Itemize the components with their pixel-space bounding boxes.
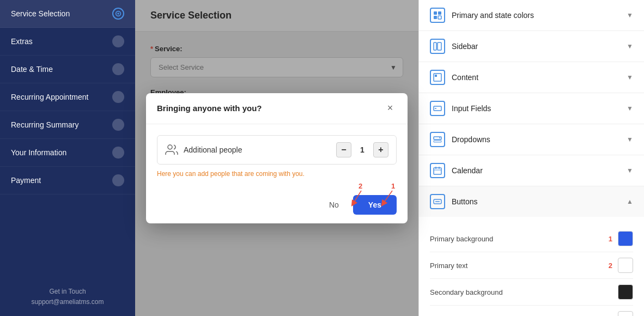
right-section-primary-colors: Primary and state colors ▼ xyxy=(419,0,644,31)
input-fields-section-title: Input Fields xyxy=(452,104,491,113)
secondary-background-label: Secondary background xyxy=(430,288,503,296)
content-section-header[interactable]: Content ▼ xyxy=(419,62,644,93)
modal-yes-button[interactable]: Yes xyxy=(353,195,397,215)
sidebar-dot-extras xyxy=(112,35,124,47)
svg-point-2 xyxy=(168,145,172,149)
right-section-buttons: Buttons ▲ Primary background 1 Primary t… xyxy=(419,186,644,316)
svg-rect-13 xyxy=(434,74,441,81)
primary-text-row: Primary text 2 xyxy=(430,252,633,279)
sidebar-dot-recurring-summary xyxy=(112,119,124,131)
calendar-section-title: Calendar xyxy=(452,166,483,175)
secondary-text-swatch[interactable] xyxy=(618,311,633,316)
right-section-dropdowns: Dropdowns ▼ xyxy=(419,124,644,155)
primary-text-swatch[interactable] xyxy=(618,258,633,273)
secondary-background-swatch[interactable] xyxy=(618,284,633,300)
dropdowns-section-title: Dropdowns xyxy=(452,135,490,144)
svg-rect-12 xyxy=(438,42,441,50)
input-fields-section-chevron-icon: ▼ xyxy=(627,105,633,112)
dropdowns-section-chevron-icon: ▼ xyxy=(627,136,633,143)
right-section-content: Content ▼ xyxy=(419,62,644,93)
modal-body: Additional people − 1 + Here you can add… xyxy=(146,124,408,189)
sidebar-dot-service-selection xyxy=(112,8,124,20)
additional-people-label: Additional people xyxy=(184,145,242,154)
content-section-title: Content xyxy=(452,73,478,82)
primary-background-swatch[interactable] xyxy=(618,231,633,246)
primary-colors-icon xyxy=(430,8,445,23)
sidebar-item-payment[interactable]: Payment xyxy=(0,167,135,195)
svg-rect-7 xyxy=(434,11,437,15)
stepper: − 1 + xyxy=(336,142,388,157)
buttons-section-title: Buttons xyxy=(452,197,477,206)
input-fields-section-header[interactable]: Input Fields ▼ xyxy=(419,93,644,124)
sidebar-section-chevron-icon: ▼ xyxy=(627,42,633,50)
input-fields-section-icon xyxy=(430,101,445,116)
primary-text-label: Primary text xyxy=(430,262,467,270)
sidebar-item-recurring-summary[interactable]: Recurring Summary xyxy=(0,111,135,139)
modal-title: Bringing anyone with you? xyxy=(157,104,262,113)
sidebar-section-header[interactable]: Sidebar ▼ xyxy=(419,31,644,62)
buttons-section-icon xyxy=(430,194,445,209)
content-section-chevron-icon: ▼ xyxy=(627,74,633,81)
modal-hint: Here you can add people that are coming … xyxy=(157,170,397,178)
primary-colors-header[interactable]: Primary and state colors ▼ xyxy=(419,0,644,31)
svg-rect-14 xyxy=(435,75,437,77)
sidebar-dot-your-information xyxy=(112,147,124,159)
sidebar-item-date-time[interactable]: Date & Time xyxy=(0,56,135,83)
calendar-section-icon xyxy=(430,163,445,178)
sidebar-footer: Get in Touch support@ameliatms.com xyxy=(0,278,135,316)
buttons-section-chevron-icon: ▲ xyxy=(627,198,633,205)
calendar-section-header[interactable]: Calendar ▼ xyxy=(419,155,644,186)
service-panel: Service Selection * Service: Select Serv… xyxy=(135,0,418,316)
primary-background-label: Primary background xyxy=(430,235,493,243)
right-section-input-fields: Input Fields ▼ xyxy=(419,93,644,124)
secondary-background-row: Secondary background xyxy=(430,279,633,306)
primary-colors-title: Primary and state colors xyxy=(452,11,534,20)
sidebar-dot-recurring-appointment xyxy=(112,91,124,103)
modal-overlay: Bringing anyone with you? × Addition xyxy=(135,0,418,316)
sidebar-item-service-selection[interactable]: Service Selection xyxy=(0,0,135,28)
svg-rect-18 xyxy=(434,141,441,142)
primary-colors-chevron-icon: ▼ xyxy=(627,11,633,19)
svg-rect-20 xyxy=(434,168,441,174)
sidebar-item-your-information[interactable]: Your Information xyxy=(0,139,135,167)
svg-rect-10 xyxy=(438,16,441,19)
sidebar-item-recurring-appointment[interactable]: Recurring Appointment xyxy=(0,83,135,111)
right-panel: Primary and state colors ▼ Sidebar ▼ xyxy=(418,0,644,316)
sidebar-section-title: Sidebar xyxy=(452,42,478,51)
right-section-calendar: Calendar ▼ xyxy=(419,155,644,186)
stepper-increment-button[interactable]: + xyxy=(373,142,388,157)
people-icon xyxy=(165,143,178,156)
dropdowns-section-header[interactable]: Dropdowns ▼ xyxy=(419,124,644,155)
sidebar-dot-date-time xyxy=(112,63,124,75)
secondary-text-row: Secondary text xyxy=(430,306,633,316)
modal: Bringing anyone with you? × Addition xyxy=(146,93,408,223)
modal-footer: 2 1 No Yes xyxy=(146,189,408,223)
buttons-color-section: Primary background 1 Primary text 2 Seco… xyxy=(419,217,644,316)
stepper-decrement-button[interactable]: − xyxy=(336,142,351,157)
modal-close-button[interactable]: × xyxy=(384,102,397,115)
sidebar-item-extras[interactable]: Extras xyxy=(0,28,135,56)
stepper-value: 1 xyxy=(358,145,367,154)
modal-no-button[interactable]: No xyxy=(321,196,347,214)
content-section-icon xyxy=(430,70,445,85)
svg-point-1 xyxy=(117,13,119,15)
primary-text-num: 2 xyxy=(609,262,612,270)
modal-header: Bringing anyone with you? × xyxy=(146,93,408,124)
main-area: Service Selection * Service: Select Serv… xyxy=(135,0,644,316)
dropdowns-section-icon xyxy=(430,132,445,147)
people-row: Additional people − 1 + xyxy=(157,135,397,165)
svg-rect-8 xyxy=(438,11,441,15)
sidebar-section-icon xyxy=(430,39,445,54)
right-section-sidebar: Sidebar ▼ xyxy=(419,31,644,62)
buttons-section-header[interactable]: Buttons ▲ xyxy=(419,186,644,217)
sidebar-dot-payment xyxy=(112,174,124,186)
svg-rect-9 xyxy=(434,16,437,19)
sidebar: Service Selection Extras Date & Time Rec… xyxy=(0,0,135,316)
primary-background-num: 1 xyxy=(609,235,612,243)
primary-background-row: Primary background 1 xyxy=(430,226,633,252)
calendar-section-chevron-icon: ▼ xyxy=(627,167,633,174)
svg-rect-11 xyxy=(434,42,436,50)
